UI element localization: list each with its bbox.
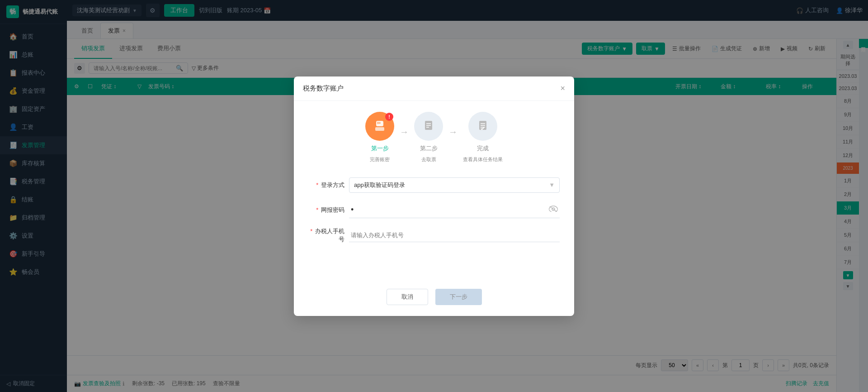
step-2-icon-wrap bbox=[414, 112, 443, 141]
step-arrow-2: → bbox=[448, 127, 458, 148]
step-1: ! 第一步 完善账密 bbox=[365, 112, 394, 163]
login-method-value: app获取验证码登录 bbox=[354, 181, 405, 189]
phone-label-text: * 办税人手机号 bbox=[308, 227, 349, 244]
phone-row: * 办税人手机号 bbox=[308, 227, 560, 244]
password-required-star: * bbox=[316, 206, 318, 213]
modal-title: 税务数字账户 bbox=[303, 84, 344, 93]
password-row: * 网报密码 • bbox=[308, 202, 560, 218]
modal-header: 税务数字账户 × bbox=[294, 76, 574, 101]
steps-indicator: ! 第一步 完善账密 → bbox=[308, 112, 560, 163]
step-1-icon-wrap: ! bbox=[365, 112, 394, 141]
step-1-badge: ! bbox=[385, 113, 393, 121]
login-method-row: * 登录方式 app获取验证码登录 ▼ bbox=[308, 177, 560, 193]
password-field[interactable]: • bbox=[349, 202, 560, 218]
step-arrow-1: → bbox=[400, 127, 409, 148]
step-2-doc-icon bbox=[421, 119, 436, 134]
login-method-label-text: * 登录方式 bbox=[308, 181, 349, 189]
modal-footer: 取消 下一步 bbox=[294, 282, 574, 316]
login-method-label: 登录方式 bbox=[321, 182, 344, 188]
step-1-desc: 完善账密 bbox=[370, 156, 390, 163]
cancel-button[interactable]: 取消 bbox=[387, 289, 428, 305]
svg-line-13 bbox=[550, 206, 557, 212]
tax-digital-modal: 税务数字账户 × bbox=[294, 76, 574, 316]
badge-text: ! bbox=[388, 114, 390, 120]
phone-label: 办税人手机号 bbox=[315, 228, 344, 243]
step-3-desc: 查看具体任务结果 bbox=[463, 156, 503, 163]
step-3-label: 完成 bbox=[477, 144, 489, 153]
login-method-required-star: * bbox=[316, 182, 318, 188]
step-2-desc: 去取票 bbox=[421, 156, 436, 163]
modal-close-button[interactable]: × bbox=[560, 84, 565, 93]
phone-required-star: * bbox=[310, 228, 312, 234]
modal-spacer bbox=[308, 253, 560, 271]
cancel-label: 取消 bbox=[401, 293, 413, 300]
next-label: 下一步 bbox=[450, 293, 467, 300]
modal-overlay: 税务数字账户 × bbox=[0, 0, 868, 392]
next-step-button[interactable]: 下一步 bbox=[435, 289, 482, 305]
select-arrow-icon: ▼ bbox=[549, 182, 555, 188]
step-3: 完成 查看具体任务结果 bbox=[463, 112, 503, 163]
svg-rect-3 bbox=[377, 122, 381, 124]
password-value: • bbox=[351, 205, 354, 215]
step-3-checklist-icon bbox=[476, 119, 490, 134]
step-2: 第二步 去取票 bbox=[414, 112, 443, 163]
modal-form: * 登录方式 app获取验证码登录 ▼ * 网报密码 bbox=[308, 177, 560, 244]
login-method-select[interactable]: app获取验证码登录 ▼ bbox=[349, 177, 560, 193]
password-label-text: * 网报密码 bbox=[308, 206, 349, 214]
step-1-label: 第一步 bbox=[371, 144, 389, 153]
toggle-password-icon[interactable] bbox=[549, 206, 558, 214]
step-3-icon-wrap bbox=[468, 112, 497, 141]
phone-input[interactable] bbox=[349, 229, 560, 242]
step-1-avatar-icon bbox=[373, 119, 387, 134]
modal-body: ! 第一步 完善账密 → bbox=[294, 101, 574, 282]
step-2-label: 第二步 bbox=[420, 144, 438, 153]
svg-rect-2 bbox=[375, 127, 384, 131]
password-label: 网报密码 bbox=[321, 206, 344, 213]
